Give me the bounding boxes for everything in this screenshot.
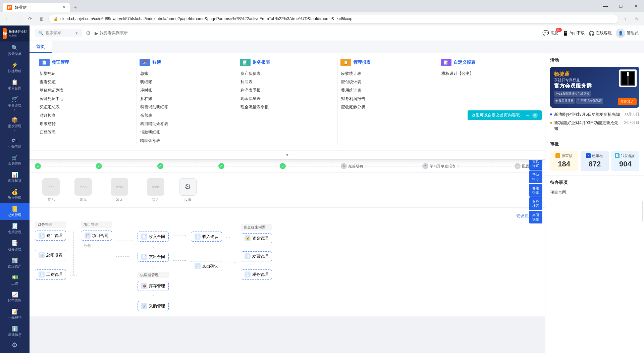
tab-home[interactable]: 首页	[30, 41, 52, 53]
dropdown-item-expense[interactable]: 费用统计表	[340, 86, 435, 95]
dropdown-item-receivable[interactable]: 应收统计表	[340, 69, 435, 78]
flow-box-asset-mgmt[interactable]: 📄 资产管理	[35, 231, 66, 241]
close-button[interactable]: ✕	[629, 0, 644, 12]
sidebar-header[interactable]: 好 畅捷通好业财 专业版	[0, 26, 30, 42]
dropdown-item-general-ledger[interactable]: 总账	[140, 69, 234, 78]
sidebar-item-tax[interactable]: 📑 税务管理	[0, 237, 30, 254]
approval-card-pending[interactable]: ✓ 待审核 184	[550, 151, 578, 171]
flow-box-inventory[interactable]: 📦 库存管理	[138, 281, 169, 291]
address-bar[interactable]: 🔒 cloud.chanjet.com/cc/u6d89qwnryel/57bf…	[48, 14, 619, 23]
dropdown-item-aux-balance[interactable]: 辅助余额表	[140, 137, 234, 145]
delete-button[interactable]: 🗑	[37, 14, 46, 23]
flow-box-expense-contract[interactable]: 📄 支出合同	[138, 252, 169, 262]
topbar-app-download[interactable]: 📱 App下载	[562, 30, 585, 36]
flow-box-tax-mgmt[interactable]: 📑 税务管理	[241, 269, 272, 280]
icon-cell-he[interactable]: Icon 暂无	[99, 175, 140, 205]
flow-box-payroll-mgmt[interactable]: 📄 工资管理	[35, 269, 66, 280]
dropdown-item-profit-quarterly[interactable]: 利润表季报	[240, 86, 335, 95]
dropdown-item-view-voucher[interactable]: 查看凭证	[39, 78, 134, 86]
icon-cell-1[interactable]: Icon 暂无	[35, 175, 67, 205]
news-item-2[interactable]: 新功能|好业财4月03日功能更新抢先知 04月03日	[550, 119, 639, 133]
dropdown-item-payable[interactable]: 应付统计表	[340, 78, 435, 86]
join-btn[interactable]: 立即加入	[618, 98, 637, 105]
dropdown-item-profit[interactable]: 利润表	[240, 78, 335, 86]
browser-tab[interactable]: 好 好业财 ✕	[3, 3, 70, 12]
service-community-btn[interactable]: 服务社区	[529, 197, 542, 210]
flow-box-purchase[interactable]: 🛒 采购管理	[138, 301, 169, 311]
flow-box-invoice-mgmt[interactable]: 🧾 发票管理	[241, 251, 272, 261]
maximize-button[interactable]: □	[613, 0, 629, 12]
news-item-1[interactable]: 新功能|好业财3月6日功能更新抢先知 03月06日	[550, 110, 639, 119]
back-button[interactable]: ←	[3, 14, 12, 23]
flow-box-general-ledger-report[interactable]: 📊 总账报表	[35, 250, 66, 260]
dropdown-item-fin-profit[interactable]: 财务利润报告	[340, 95, 435, 103]
dropdown-expand[interactable]: ▼	[30, 150, 545, 159]
new-tab-button[interactable]: +	[70, 3, 80, 12]
flow-box-income-confirm[interactable]: 📄 收入确认	[191, 232, 222, 242]
tip-close-icon[interactable]: ✕	[532, 113, 538, 118]
icon-cell-3[interactable]: Icon 暂无	[140, 175, 172, 205]
dropdown-item-detail-ledger[interactable]: 明细账	[140, 78, 234, 86]
sidebar-item-purchase[interactable]: 🛒 采购管理	[0, 152, 30, 169]
flow-box-expense-confirm[interactable]: 📄 支出确认	[191, 261, 222, 271]
sidebar-item-quick[interactable]: ⚡ 快捷导航	[0, 59, 30, 76]
dropdown-item-voucher-summary[interactable]: 凭证汇总表	[39, 103, 134, 111]
topbar-online-service[interactable]: 🎧 在线客服	[589, 30, 612, 36]
extension-button[interactable]: ↑	[621, 14, 630, 23]
topbar-demo[interactable]: ▶ 我要看实例演示	[95, 30, 128, 36]
reload-button[interactable]: ⟳	[25, 14, 35, 23]
flow-box-project-contract[interactable]: 📋 项目合同	[81, 231, 112, 241]
topbar-settings-icon[interactable]: ⚙	[86, 30, 91, 36]
dropdown-item-multi-col[interactable]: 多栏账	[140, 95, 234, 103]
dropdown-item-period-close[interactable]: 期末结转	[39, 120, 134, 128]
dropdown-item-smart-voucher[interactable]: 智能凭证中心	[39, 95, 134, 103]
dropdown-item-add-voucher[interactable]: 新增凭证	[39, 69, 134, 78]
dropdown-item-subject-detail[interactable]: 科目辅助明细账	[140, 103, 234, 111]
flow-box-income-contract[interactable]: 📄 收入合同	[138, 232, 169, 242]
dropdown-item-cashflow[interactable]: 现金流量表	[240, 95, 335, 103]
customer-service-btn[interactable]: 客服热线	[529, 184, 542, 197]
approval-card-initiated[interactable]: 📄 我发起的 904	[611, 151, 639, 171]
sidebar-item-finance[interactable]: 💰 资金管理	[0, 186, 30, 203]
topbar-user[interactable]: 👤 管理员	[616, 29, 639, 38]
sidebar-item-invoice[interactable]: 🧾 发票管理	[0, 220, 30, 237]
desktop-shortcut-btn[interactable]: 桌面快捷	[529, 211, 542, 223]
icon-cell-settings[interactable]: ⚙ 设置	[172, 175, 204, 205]
sidebar-item-payroll[interactable]: 💵 工资	[0, 271, 30, 289]
sidebar-item-wholesale[interactable]: 📦 批发管理 ▼	[0, 114, 30, 135]
icon-cell-2[interactable]: Icon 暂无	[67, 175, 99, 205]
dropdown-item-archive[interactable]: 归档管理	[39, 128, 134, 137]
todo-item-1[interactable]: 项目合同	[550, 188, 639, 197]
dropdown-item-reconcile[interactable]: 对账检查	[39, 111, 134, 120]
sidebar-item-assets[interactable]: 🏢 固定资产	[0, 254, 30, 271]
bookmark-button[interactable]: ☆	[632, 14, 641, 23]
sidebar-item-retail[interactable]: 🛒 零售管理 ▼	[0, 93, 30, 114]
dropdown-item-chrono-ledger[interactable]: 序时账	[140, 86, 234, 95]
topbar-search[interactable]: 🔍 搜索菜单 ▼	[35, 29, 82, 37]
forward-button[interactable]: →	[14, 14, 23, 23]
dropdown-item-draft-voucher[interactable]: 草稿凭证列表	[39, 86, 134, 95]
tab-close-icon[interactable]: ✕	[62, 5, 66, 10]
sidebar-item-project[interactable]: 📋 项目合同	[0, 76, 30, 93]
dropdown-item-subject-balance[interactable]: 科目辅助余额表	[140, 120, 234, 128]
dropdown-item-aux-detail[interactable]: 辅助明细账	[140, 128, 234, 137]
topbar-msg[interactable]: 💬 消息 99	[542, 30, 558, 36]
minimize-button[interactable]: —	[598, 0, 613, 12]
sidebar-item-search[interactable]: 🔍 搜索菜单	[0, 42, 30, 59]
approval-card-approved[interactable]: ✓ 已审核 872	[581, 151, 608, 171]
activity-banner[interactable]: 畅捷通 享社群专属权益 官方会员服务群 7+15条渠道折扣在线兑换 专属客服服务…	[550, 67, 639, 108]
sidebar-item-ecommerce[interactable]: 🛍 小畅电商	[0, 135, 30, 152]
dropdown-item-template[interactable]: 模板设计【公测】	[441, 69, 536, 78]
help-center-btn[interactable]: 帮助中心	[529, 170, 542, 183]
dropdown-item-balance-table[interactable]: 余额表	[140, 111, 234, 120]
dropdown-item-aging[interactable]: 应收账龄分析	[340, 103, 435, 111]
dropdown-item-cashflow-quarterly[interactable]: 现金流量表季报	[240, 103, 335, 111]
sidebar-item-basic[interactable]: ℹ️ 基础信息	[0, 323, 30, 337]
sidebar-item-ops[interactable]: 📈 经营管理	[0, 289, 30, 306]
sidebar-item-sales[interactable]: 📝 小畅报销	[0, 306, 30, 323]
flow-box-capital-mgmt[interactable]: 💰 资金管理	[241, 233, 272, 243]
sidebar-item-inventory[interactable]: 📊 库存核算	[0, 169, 30, 186]
sidebar-item-accounting[interactable]: 📒 总账管理	[0, 203, 30, 220]
sidebar-settings[interactable]: ⚙	[12, 337, 18, 353]
dropdown-item-balance-sheet[interactable]: 资产负债表	[240, 69, 335, 78]
